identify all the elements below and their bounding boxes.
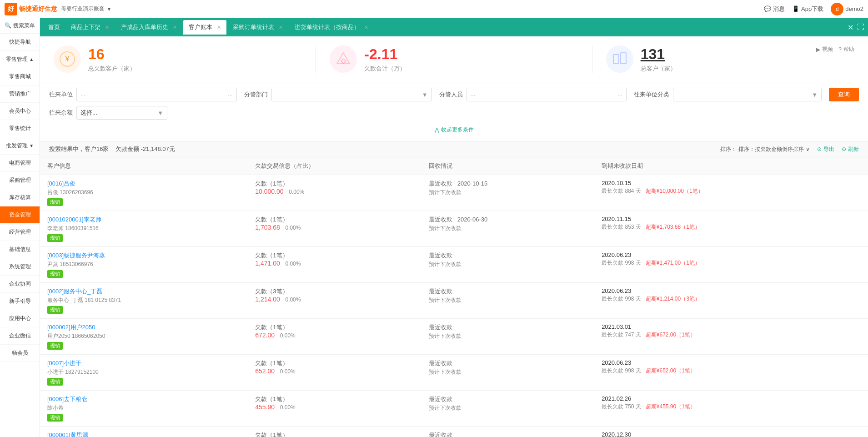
- customer-name-link[interactable]: [0016]吕俊: [47, 180, 75, 187]
- overdue-detail: 最长欠款 750 天 超期¥455.90（1笔）: [602, 403, 861, 411]
- filter-unit-category-select[interactable]: ▼: [673, 88, 822, 101]
- customer-name-link[interactable]: [000001]黄思源: [47, 432, 88, 437]
- video-button[interactable]: ▶ 视频: [816, 45, 833, 53]
- due-date: 2020.11.15: [602, 216, 861, 222]
- export-button[interactable]: ⊙ 导出: [817, 146, 834, 153]
- customer-name-link[interactable]: [0002]服务中心_丁磊: [47, 288, 102, 295]
- result-info: 搜索结果中，客户16家 欠款金额 -21,148.07元: [49, 145, 175, 153]
- sidebar-item-guide[interactable]: 新手引导: [0, 293, 40, 310]
- result-bar: 搜索结果中，客户16家 欠款金额 -21,148.07元 排序： 排序：按欠款金…: [40, 141, 868, 157]
- customer-name-link[interactable]: [0001020001]李老师: [47, 216, 101, 223]
- collection-date: 最近收款: [429, 395, 587, 403]
- tab-product-listing[interactable]: 商品上下架 ✕: [65, 20, 115, 35]
- sidebar-item-marketing[interactable]: 营销推广: [0, 85, 40, 103]
- col-header-debt: 欠款交易信息（占比）: [248, 157, 421, 175]
- sidebar-item-retail-mgmt[interactable]: 零售管理 ▲: [0, 51, 40, 68]
- sidebar-item-label: 零售统计: [9, 125, 31, 131]
- store-select[interactable]: 母婴行业演示账套 ▼: [61, 5, 112, 13]
- sort-select[interactable]: 排序： 排序：按欠款金额倒序排序 ∨: [720, 146, 810, 153]
- filter-party-unit-input[interactable]: ···: [76, 88, 237, 101]
- refresh-button[interactable]: ⊙ 刷新: [842, 146, 859, 153]
- result-amount: 欠款金额 -21,148.07元: [115, 146, 175, 152]
- tab-expand-icon[interactable]: ⛶: [857, 23, 864, 32]
- collection-next: 预计下次收款: [429, 261, 587, 268]
- sidebar-item-collab[interactable]: 企业协同: [0, 276, 40, 293]
- tab-close-icon[interactable]: ✕: [279, 25, 283, 30]
- sidebar-item-wholesale[interactable]: 批发管理 ▼: [0, 137, 40, 155]
- tab-customer-account[interactable]: 客户账本 ✕: [183, 20, 226, 35]
- sidebar-quick-nav-label: 快捷导航: [9, 39, 31, 45]
- due-date: 2021.02.26: [602, 395, 861, 402]
- filter-department-select[interactable]: ▼: [271, 88, 432, 101]
- tab-close-icon[interactable]: ✕: [217, 25, 221, 30]
- tab-close-all-icon[interactable]: ✕: [848, 23, 853, 32]
- sidebar-item-finance[interactable]: 资金管理: [0, 206, 40, 224]
- tab-purchase-order-stats[interactable]: 采购订单统计表 ✕: [227, 20, 288, 35]
- sidebar-item-retail-mall[interactable]: 零售商城: [0, 68, 40, 85]
- app-download-button[interactable]: 📱 App下载: [792, 5, 823, 13]
- app-download-label: App下载: [801, 5, 823, 13]
- logo: 好 畅捷通好生意: [5, 3, 57, 15]
- query-button[interactable]: 查询: [829, 88, 859, 101]
- sidebar-item-ecommerce[interactable]: 电商管理: [0, 155, 40, 172]
- message-icon: 💬: [764, 5, 771, 12]
- sidebar-item-member[interactable]: 会员中心: [0, 103, 40, 120]
- customer-contact: 吕俊 13026203696: [47, 189, 241, 196]
- table-row: [000001]黄思源 黄思源 13552700226 现销 欠款（1笔） 42…: [40, 427, 868, 437]
- collapse-button[interactable]: ⋀ 收起更多条件: [49, 124, 859, 136]
- help-button[interactable]: ? 帮助: [838, 45, 854, 53]
- total-customers-icon: [606, 45, 633, 73]
- tab-close-icon[interactable]: ✕: [173, 25, 177, 30]
- overdue-link[interactable]: 超期¥10,000.00（1笔）: [646, 188, 703, 194]
- sidebar-item-system[interactable]: 系统管理: [0, 258, 40, 276]
- tab-purchase-stats-by-product[interactable]: 进货单统计表（按商品） ✕: [289, 20, 374, 35]
- tab-close-icon[interactable]: ✕: [364, 25, 368, 30]
- debt-cell: 欠款（1笔） 1,703.68 0.00%: [248, 211, 421, 247]
- overdue-link[interactable]: 超期¥672.00（1笔）: [646, 332, 696, 338]
- overdue-link[interactable]: 超期¥652.00（1笔）: [646, 367, 696, 374]
- search-icon: 🔍: [5, 22, 11, 29]
- overdue-link[interactable]: 超期¥455.90（1笔）: [646, 403, 696, 410]
- filter-person-input[interactable]: ···: [467, 88, 627, 101]
- sidebar-item-quick-nav[interactable]: 快捷导航: [0, 34, 40, 51]
- customer-tag: 现销: [47, 378, 63, 386]
- table-row: [0016]吕俊 吕俊 13026203696 现销 欠款（1笔） 10,000…: [40, 175, 868, 211]
- customer-cell: [0001020001]李老师 李老师 18600391516 现销: [40, 211, 248, 247]
- collection-next: 预计下次收款: [429, 404, 587, 412]
- col-header-collection: 回收情况: [421, 157, 594, 175]
- tab-finished-goods[interactable]: 产成品入库单历史 ✕: [115, 20, 182, 35]
- debt-count: 欠款（1笔）: [255, 359, 414, 367]
- customer-name-link[interactable]: [000002]用户2050: [47, 324, 95, 331]
- customer-name-link[interactable]: [0007]小进干: [47, 360, 81, 367]
- col-header-customer: 客户信息: [40, 157, 248, 175]
- sidebar-item-retail-stats[interactable]: 零售统计: [0, 120, 40, 137]
- filter-balance-select[interactable]: 选择... ▼: [76, 106, 167, 120]
- sidebar-item-purchase[interactable]: 采购管理: [0, 172, 40, 189]
- overdue-link[interactable]: 超期¥1,471.00（1笔）: [646, 260, 700, 266]
- sidebar-item-apps[interactable]: 应用中心: [0, 310, 40, 327]
- tab-home[interactable]: 首页: [44, 23, 65, 31]
- filter-area: 往来单位 ··· 分管部门 ▼: [40, 82, 868, 141]
- collection-next: 预计下次收款: [429, 225, 587, 232]
- customer-name-link[interactable]: [0006]去下粮仓: [47, 396, 87, 402]
- overdue-cell: 2020.06.23 最长欠款 998 天 超期¥1,471.00（1笔）: [594, 247, 868, 283]
- overdue-detail: 最长欠款 884 天 超期¥10,000.00（1笔）: [602, 187, 861, 195]
- tab-label: 客户账本: [189, 23, 212, 31]
- collapse-label: 收起更多条件: [441, 126, 474, 134]
- sidebar-item-inventory[interactable]: 库存核算: [0, 189, 40, 206]
- customer-tag: 现销: [47, 306, 63, 314]
- overdue-link[interactable]: 超期¥1,214.00（3笔）: [646, 296, 700, 302]
- message-button[interactable]: 💬 消息: [764, 5, 785, 13]
- table-row: [0006]去下粮仓 陈小希 现销 欠款（1笔） 455.90 0.00% 最近…: [40, 391, 868, 427]
- sidebar-item-business[interactable]: 经营管理: [0, 224, 40, 241]
- customer-name-link[interactable]: [0003]畅捷服务尹海蒸: [47, 252, 105, 259]
- debt-count: 欠款（3笔）: [255, 287, 414, 296]
- sidebar-search[interactable]: 🔍 搜索菜单: [0, 18, 40, 34]
- sidebar-item-wecom[interactable]: 企业微信: [0, 327, 40, 345]
- sidebar-item-member2[interactable]: 畅会员: [0, 345, 40, 362]
- tab-close-icon[interactable]: ✕: [105, 25, 109, 30]
- user-avatar[interactable]: d demo2: [831, 3, 863, 15]
- debt-amount: 10,000.00: [255, 188, 283, 195]
- overdue-link[interactable]: 超期¥1,703.68（1笔）: [646, 224, 700, 230]
- sidebar-item-basic-info[interactable]: 基础信息: [0, 241, 40, 258]
